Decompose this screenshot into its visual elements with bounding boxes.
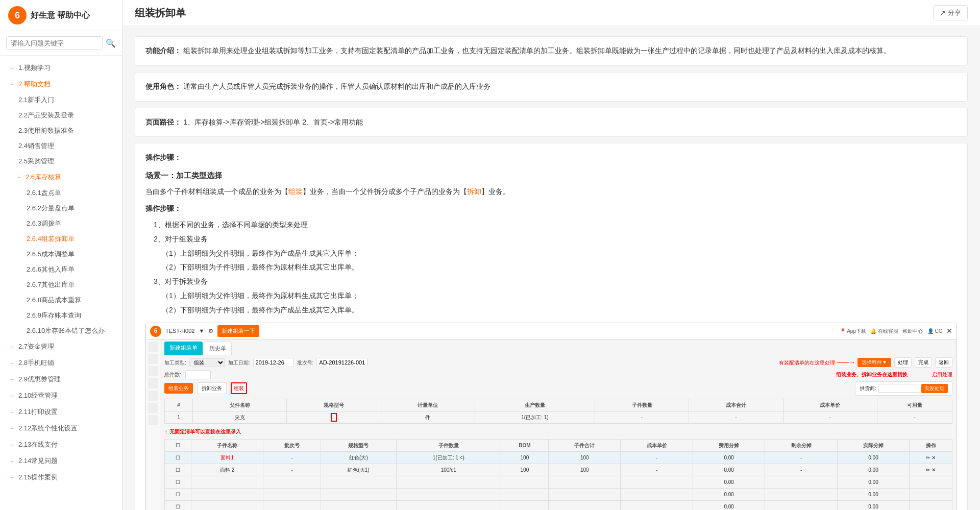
- sim-action-btn1[interactable]: 处理: [894, 357, 912, 368]
- sidebar-item-case[interactable]: ＋ 2.15操作案例: [0, 469, 122, 485]
- sim-doc-no: TEST-H002: [165, 326, 194, 336]
- edit-icon[interactable]: ✏: [926, 455, 930, 460]
- sim-close-icon[interactable]: ✕: [946, 325, 952, 337]
- sidebar-item-label: 2.8手机旺铺: [18, 358, 54, 368]
- ops-title: 操作步骤：: [145, 152, 957, 164]
- sim-child-row-3: ☐ 0.00: [165, 476, 952, 488]
- sidebar-item-pay[interactable]: ＋ 2.13在线支付: [0, 436, 122, 453]
- sim-confirm-btn[interactable]: 实发处理: [921, 384, 948, 393]
- role-label: 使用角色：: [145, 82, 181, 90]
- sidebar-item-inv9[interactable]: 2.6.9库存账本查询: [0, 308, 122, 323]
- plus-icon-mobile: ＋: [8, 359, 15, 367]
- step2-sub1: （1）上部明细为父件明细，最终作为产成品生成其它入库单；: [162, 248, 957, 260]
- step3: 3、对于拆装业务: [154, 276, 957, 288]
- sim-action-btn3[interactable]: 返回: [935, 357, 952, 368]
- sidebar-item-label: 2.6.10库存账本错了怎么办: [27, 327, 105, 334]
- plus-icon-case: ＋: [8, 474, 15, 481]
- sidebar-item-inv6[interactable]: 2.6.6其他入库单: [0, 262, 122, 277]
- step3-sub2: （2）下部明细为子件明细，最终作为产成品生成其它入库单。: [162, 304, 957, 317]
- annotation3-text: 启用处理: [932, 370, 952, 379]
- sidebar-item-faq[interactable]: ＋ 2.14常见问题: [0, 453, 122, 469]
- sim-sidebar-icon6: [148, 403, 158, 413]
- sidebar-item-inv10[interactable]: 2.6.10库存账本错了怎么办: [0, 323, 122, 338]
- sim-qty-input[interactable]: [185, 370, 211, 379]
- sidebar-item-prepare[interactable]: 2.3使用前数据准备: [0, 123, 122, 138]
- sim-tab-active[interactable]: 新建组装单: [164, 342, 203, 355]
- sim-qty-row: 总件数: 组装业务、拆卸业务在这里切换 启用处理: [164, 370, 952, 379]
- sidebar-item-mobile[interactable]: ＋ 2.8手机旺铺: [0, 355, 122, 371]
- sidebar-item-inv8[interactable]: 2.6.8商品成本重算: [0, 293, 122, 308]
- sim-vendor-input[interactable]: [878, 384, 919, 393]
- sidebar-item-label: 2.5采购管理: [18, 157, 54, 165]
- search-button[interactable]: 🔍: [106, 38, 116, 48]
- sidebar-item-video[interactable]: ＋ 1.视频学习: [0, 60, 122, 76]
- delete-icon[interactable]: ✕: [932, 455, 936, 460]
- delete-icon2[interactable]: ✕: [932, 467, 936, 473]
- sidebar-item-docs[interactable]: － 2.帮助文档: [0, 76, 122, 92]
- search-input[interactable]: [6, 36, 103, 50]
- sidebar-item-inv5[interactable]: 2.6.5成本调整单: [0, 247, 122, 262]
- sim-date-input[interactable]: [253, 358, 294, 367]
- sidebar-item-ops[interactable]: ＋ 2.10经营管理: [0, 387, 122, 404]
- sim-new-btn[interactable]: 新建组装一下: [217, 325, 259, 337]
- sidebar-item-coupon[interactable]: ＋ 2.9优惠券管理: [0, 371, 122, 387]
- role-text: 通常由生产人员或库管人员完成拆装业务的操作，库管人员确认原材料的出库和产成品的入…: [183, 82, 491, 90]
- sim-sidebar-icon3: [148, 366, 158, 376]
- sidebar-item-finance[interactable]: ＋ 2.7资金管理: [0, 338, 122, 355]
- sim-red-input[interactable]: [331, 413, 337, 422]
- sim-sidebar-icon5: [148, 391, 158, 401]
- sim-col-child-name: 子件名称: [191, 439, 263, 451]
- sidebar-item-inventory[interactable]: － 2.6库存核算: [0, 169, 122, 185]
- sim-vendor-label: 供货商:: [860, 384, 876, 393]
- sim-action-btn2[interactable]: 完成: [915, 357, 932, 368]
- sim-date-label: 加工日期:: [228, 358, 250, 367]
- intro-text: 组装拆卸单用来处理企业组装或拆卸等加工业务，支持有固定装配清单的产品加工业务，也…: [183, 46, 891, 55]
- sim-batch-label: 批次号:: [297, 358, 314, 367]
- sidebar-item-inv1[interactable]: 2.6.1盘点单: [0, 185, 122, 201]
- sidebar-item-inv3[interactable]: 2.6.3调拨单: [0, 216, 122, 231]
- sim-qty-label: 总件数:: [164, 370, 181, 379]
- sim-assembly-tab[interactable]: 组装业务: [164, 383, 193, 394]
- page-title: 组装拆卸单: [135, 6, 186, 20]
- minus-icon: －: [8, 81, 15, 88]
- sim-col-unit: 计量单位: [381, 399, 475, 411]
- plus-icon-ops: ＋: [8, 392, 15, 399]
- role-card: 使用角色： 通常由生产人员或库管人员完成拆装业务的操作，库管人员确认原材料的出库…: [135, 72, 968, 102]
- sidebar-item-purchase[interactable]: 2.5采购管理: [0, 154, 122, 169]
- sim-child-row-4: ☐ 0.00: [165, 488, 952, 500]
- scenario1-desc: 当由多个子件材料组装成一个成品的业务为【组装】业务，当由一个父件拆分成多个子产品…: [145, 185, 957, 198]
- sidebar-item-print[interactable]: ＋ 2.11打印设置: [0, 404, 122, 420]
- sidebar-item-inv2[interactable]: 2.6.2分量盘点单: [0, 201, 122, 216]
- sim-col-avail: 可用量: [877, 399, 952, 411]
- sidebar-item-custom[interactable]: ＋ 2.12系统个性化设置: [0, 420, 122, 436]
- sim-type-select[interactable]: 组装 拆卸: [189, 358, 225, 367]
- search-area: 🔍: [0, 31, 122, 56]
- annotation2-area: 组装业务、拆卸业务在这里切换: [836, 370, 908, 379]
- sim-col-alloc: 费用分摊: [693, 439, 765, 451]
- sim-tab-inactive[interactable]: 历史单: [204, 342, 232, 355]
- sim-sidebar-icon4: [148, 378, 158, 388]
- sim-disassembly-tab[interactable]: 拆卸业务: [197, 382, 227, 394]
- sidebar-item-sales[interactable]: 2.4销售管理: [0, 138, 122, 154]
- sim-select-material-btn[interactable]: 选择料件▼: [857, 358, 891, 367]
- sidebar-item-install[interactable]: 2.2产品安装及登录: [0, 108, 122, 123]
- share-icon: ↗: [940, 9, 946, 17]
- share-button[interactable]: ↗ 分享: [933, 5, 968, 20]
- sim-tabs: 新建组装单 历史单: [164, 342, 952, 355]
- sidebar-item-label: 2.4销售管理: [18, 142, 54, 150]
- edit-icon2[interactable]: ✏: [926, 467, 930, 473]
- sidebar-item-inv4-active[interactable]: 2.6.4组装拆卸单: [0, 231, 122, 247]
- sim-col-actual: 实际分摊: [837, 439, 909, 451]
- sim-parent-row-1: 1 夹克 件 1(已加工: 1) - -: [165, 411, 952, 423]
- sidebar-item-label: 2.6库存核算: [26, 173, 61, 182]
- nav-tree: ＋ 1.视频学习 － 2.帮助文档 2.1新手入门 2.2产品安装及登录 2.3…: [0, 56, 122, 510]
- sim-col-child-qty: 子件数量: [396, 439, 501, 451]
- sidebar-item-label: 2.15操作案例: [18, 473, 58, 482]
- minus-icon-inventory: －: [15, 174, 22, 181]
- annotation4-text: 无固定清单可以直接在这里录入: [169, 427, 241, 436]
- sidebar-item-inv7[interactable]: 2.6.7其他出库单: [0, 277, 122, 293]
- sim-batch-input[interactable]: [316, 358, 368, 367]
- sidebar-item-new[interactable]: 2.1新手入门: [0, 92, 122, 108]
- ops-steps-label: 操作步骤：: [145, 202, 957, 215]
- sim-type-label: 加工类型:: [164, 358, 186, 367]
